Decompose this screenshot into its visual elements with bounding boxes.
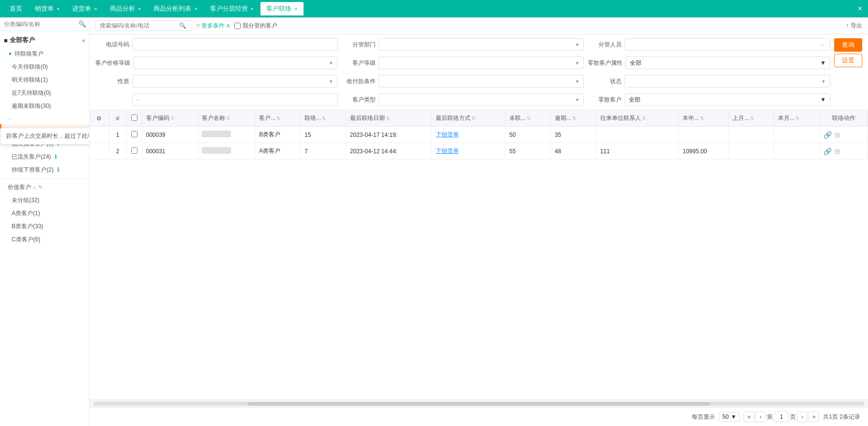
filter-price-grade-select[interactable]: ▼: [133, 57, 338, 69]
col-thismonth-header[interactable]: 本月... ⇅: [774, 110, 820, 127]
scroll-track[interactable]: [93, 402, 864, 406]
nav-purchase[interactable]: 进货单 ×: [66, 2, 103, 15]
col-unpaid-header[interactable]: 未联... ⇅: [505, 110, 550, 127]
filter-manager-dots[interactable]: ···: [817, 41, 827, 48]
row1-select-checkbox[interactable]: [131, 131, 137, 137]
sidebar-search-icon[interactable]: 🔍: [78, 20, 86, 28]
churned-info-icon[interactable]: ℹ: [55, 153, 57, 160]
col-settings-header[interactable]: ⚙: [90, 110, 109, 127]
declining-info-icon[interactable]: ℹ: [57, 166, 60, 173]
sidebar-all-customers[interactable]: ■ 全部客户 »: [0, 33, 89, 47]
nav-product-analysis-close[interactable]: ×: [138, 6, 141, 12]
nav-product-analysis[interactable]: 商品分析 ×: [104, 2, 147, 15]
filter-payment-select[interactable]: ▼: [379, 75, 584, 88]
settings-button[interactable]: 设置: [834, 54, 862, 67]
filter-dept-select[interactable]: ▼: [379, 38, 584, 51]
nav-home[interactable]: 首页: [4, 2, 28, 15]
row1-name-blur: [202, 131, 231, 137]
col-name-header[interactable]: 客户名称 ⇅: [198, 110, 255, 127]
export-btn[interactable]: ↑ 导出: [846, 22, 862, 30]
row1-lastmethod-link[interactable]: 下销货单: [436, 131, 459, 138]
sidebar-item-b-class[interactable]: B类客户(33): [0, 220, 89, 233]
horizontal-scrollbar[interactable]: [90, 399, 868, 407]
window-close-icon[interactable]: ×: [858, 4, 862, 13]
ungrouped-label: 未分组(32): [12, 197, 39, 204]
filter-scattered-select[interactable]: 全部 ▼: [624, 93, 830, 106]
filter-nature-select[interactable]: ▼: [132, 75, 338, 88]
col-overdue-header[interactable]: 逾期... ⇅: [550, 110, 596, 127]
row2-select-checkbox[interactable]: [131, 147, 137, 154]
first-page-btn[interactable]: «: [744, 411, 754, 422]
col-lastmonth-header[interactable]: 上月... ⇅: [729, 110, 774, 127]
select-all-checkbox[interactable]: [131, 115, 137, 121]
today-label: 今天待联络(0): [12, 63, 48, 70]
sidebar-item-declining[interactable]: 持续下滑客户(2) ℹ: [0, 163, 89, 176]
value-group-settings-icon[interactable]: ✎: [38, 184, 43, 191]
nav-sales[interactable]: 销货单 ×: [29, 2, 65, 15]
col-lastmethod-header[interactable]: 最后联络方式 ⇅: [431, 110, 505, 127]
filter-search-input[interactable]: [100, 22, 177, 29]
page-label: 第: [767, 413, 773, 421]
col-num-header: #: [109, 110, 126, 127]
row2-lastmethod[interactable]: 下销货单: [431, 143, 505, 160]
col-thismonth-sort-icon: ⇅: [795, 116, 799, 121]
sidebar-item-c-class[interactable]: C类客户(6): [0, 233, 89, 246]
filter-customer-type-select[interactable]: ▼: [379, 93, 584, 106]
sidebar-item-ungrouped[interactable]: 未分组(32): [0, 194, 89, 207]
filter-scattered-attr-select[interactable]: 全部 ▼: [625, 57, 830, 69]
col-code-header[interactable]: 客户编码 ⇅: [142, 110, 198, 127]
col-thisyear-header[interactable]: 本年... ⇅: [679, 110, 729, 127]
prev-page-btn[interactable]: ‹: [755, 411, 766, 422]
sidebar-item-7days[interactable]: 近7天待联络(0): [0, 87, 89, 100]
nav-product-analysis-list[interactable]: 商品分析列表 ×: [148, 2, 203, 15]
sidebar-item-a-class[interactable]: A类客户(1): [0, 207, 89, 220]
filter-manager-input[interactable]: ···: [624, 38, 830, 51]
sidebar-search-input[interactable]: [4, 21, 76, 28]
sidebar-item-today[interactable]: 今天待联络(0): [0, 60, 89, 73]
row1-lastmonth: [729, 127, 774, 143]
row1-contactperson: [596, 127, 679, 143]
my-customers-checkbox[interactable]: [234, 23, 241, 29]
nav-product-analysis-list-close[interactable]: ×: [194, 6, 197, 12]
sidebar-item-churned[interactable]: 已流失客户(24) ℹ: [0, 150, 89, 163]
last-page-btn[interactable]: »: [808, 411, 819, 422]
col-checkbox-header[interactable]: [126, 110, 142, 127]
nav-customer-tier[interactable]: 客户分层经营 ×: [204, 2, 259, 15]
filter-status-select[interactable]: ▼: [624, 75, 830, 88]
more-conditions-btn[interactable]: ▽ 更多条件 ∧: [196, 22, 230, 30]
col-category-header[interactable]: 客户... ⇅: [255, 110, 301, 127]
query-button[interactable]: 查询: [834, 38, 862, 52]
sidebar-item-tomorrow[interactable]: 明天待联络(1): [0, 73, 89, 87]
nav-customer-tier-close[interactable]: ×: [251, 6, 254, 12]
nav-sales-close[interactable]: ×: [57, 6, 60, 12]
next-page-btn[interactable]: ›: [797, 411, 807, 422]
row1-lastmethod[interactable]: 下销货单: [431, 127, 505, 143]
scroll-thumb[interactable]: [247, 402, 710, 406]
row2-checkbox[interactable]: [126, 143, 142, 160]
sidebar-group-pending[interactable]: ▼ 待联络客户: [0, 47, 89, 60]
row1-grid-icon[interactable]: ⊞: [835, 131, 840, 139]
row2-link-icon[interactable]: 🔗: [823, 147, 832, 155]
row1-checkbox[interactable]: [126, 127, 142, 143]
nav-purchase-close[interactable]: ×: [94, 6, 97, 12]
filter-nature-chevron: ▼: [329, 79, 334, 84]
value-group-edit-icon[interactable]: ○: [33, 185, 36, 191]
page-input[interactable]: [774, 411, 789, 422]
filter-search-icon[interactable]: 🔍: [179, 22, 186, 29]
row2-lastmethod-link[interactable]: 下销货单: [436, 147, 459, 154]
sidebar-item-overdue[interactable]: 逾期未联络(30): [0, 100, 89, 113]
per-page-select[interactable]: 50 ▼: [719, 412, 740, 422]
sidebar-collapse-icon[interactable]: »: [82, 37, 85, 44]
nav-customer-contact-close[interactable]: ×: [294, 6, 297, 12]
row1-link-icon[interactable]: 🔗: [823, 131, 832, 139]
filter-phone-input[interactable]: [132, 38, 338, 51]
col-contact-header[interactable]: 联络... ⇅: [301, 110, 346, 127]
col-lastdate-header[interactable]: 最后联络日期 ⇅: [346, 110, 431, 127]
row2-grid-icon[interactable]: ⊞: [835, 147, 840, 155]
sidebar-more-dots[interactable]: ···: [0, 113, 89, 124]
col-contactperson-header[interactable]: 往来单位联系人 ⇅: [596, 110, 679, 127]
filter-more-dots-btn[interactable]: ···: [132, 93, 338, 106]
nav-customer-contact[interactable]: 客户联络 ×: [260, 2, 303, 15]
filter-customer-grade-select[interactable]: ▼: [379, 57, 584, 69]
group-pending-label: 待联络客户: [15, 50, 44, 58]
